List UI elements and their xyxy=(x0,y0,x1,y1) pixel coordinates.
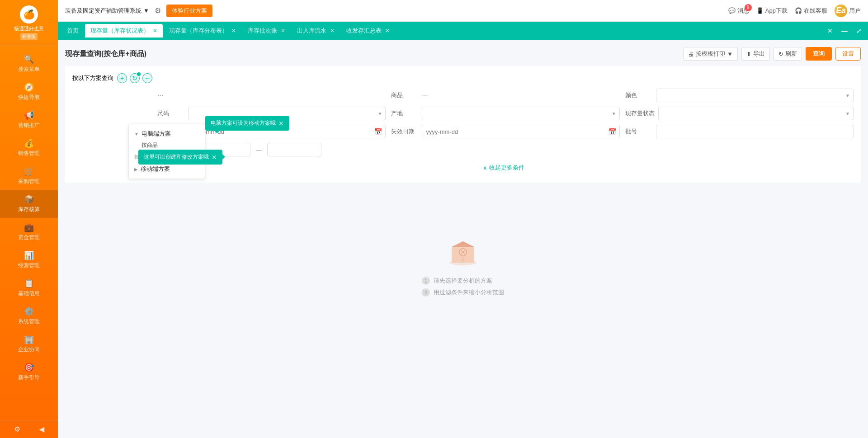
sidebar-item-sales[interactable]: 💰 销售管理 xyxy=(0,134,58,162)
sidebar-item-purchase[interactable]: 🛒 采购管理 xyxy=(0,162,58,190)
tab-minimize-btn[interactable]: — xyxy=(839,25,850,36)
tab-inventory-dist[interactable]: 现存量（库存分布表） ✕ xyxy=(164,24,241,38)
step-text-2: 用过滤条件来缩小分析范围 xyxy=(434,288,504,297)
tab-label: 现存量（库存状况表） xyxy=(90,27,149,35)
app-download-item[interactable]: 📱 App下载 xyxy=(756,7,788,15)
tooltip-text: 这里可以创建和修改方案哦 xyxy=(144,153,209,161)
step-number-1: 1 xyxy=(422,277,430,285)
tab-label: 收发存汇总表 xyxy=(346,27,382,35)
warehouse-ellipsis-icon[interactable]: ··· xyxy=(157,91,163,99)
sidebar-item-label: 库存核算 xyxy=(18,206,40,213)
color-select[interactable] xyxy=(656,89,854,102)
tab-close-icon[interactable]: ✕ xyxy=(330,28,335,34)
support-item[interactable]: 🎧 在线客服 xyxy=(795,7,827,15)
operation-icon: 📊 xyxy=(24,250,34,260)
sidebar-item-label: 资金管理 xyxy=(18,234,40,241)
filter-field-origin: 产地 ▼ xyxy=(391,107,619,120)
print-btn[interactable]: 🖨 按模板打印 ▼ xyxy=(683,47,738,61)
current-qty-to-input[interactable] xyxy=(267,143,321,156)
tab-close-icon[interactable]: ✕ xyxy=(385,28,390,34)
sidebar-item-enterprise[interactable]: 🏢 企业协同 xyxy=(0,330,58,358)
tab-close-icon[interactable]: ✕ xyxy=(231,28,236,34)
sidebar-item-finance[interactable]: 💼 资金管理 xyxy=(0,218,58,246)
tooltip-close-icon[interactable]: ✕ xyxy=(212,154,217,161)
tab-close-icon[interactable]: ✕ xyxy=(281,28,285,34)
tab-home[interactable]: 首页 xyxy=(61,24,84,38)
empty-step-2: 2 用过滤条件来缩小分析范围 xyxy=(422,288,504,297)
system-name: 装备及固定资产辅助管理系统 xyxy=(65,7,142,15)
sidebar-item-operation[interactable]: 📊 经营管理 xyxy=(0,246,58,274)
sidebar-item-inventory[interactable]: 📦 库存核算 xyxy=(0,190,58,218)
product-ellipsis-icon[interactable]: ··· xyxy=(422,91,428,99)
tab-bar: 首页 现存量（库存状况表） ✕ 现存量（库存分布表） ✕ 库存批次账 ✕ 出入库… xyxy=(58,22,868,40)
tab-label: 库存批次账 xyxy=(248,27,277,35)
sidebar-item-label: 销售管理 xyxy=(18,150,40,157)
export-btn-label: 导出 xyxy=(753,50,765,58)
product-label: 商品 xyxy=(391,91,418,99)
search-icon: 🔍 xyxy=(24,54,34,64)
batch-label: 批号 xyxy=(625,127,652,136)
tab-inventory-status[interactable]: 现存量（库存状况表） ✕ xyxy=(85,24,163,38)
refresh-circle-icon: ↻ xyxy=(132,75,137,82)
sidebar-item-system[interactable]: ⚙️ 系统管理 xyxy=(0,302,58,330)
system-dropdown-arrow: ▼ xyxy=(143,7,149,14)
user-item[interactable]: Ea 用户 xyxy=(835,5,861,17)
reset-btn[interactable]: 设置 xyxy=(835,47,861,61)
sidebar-item-newguide[interactable]: 🎯 新手引导 xyxy=(0,358,58,386)
page-header: 现存量查询(按仓库+商品) 🖨 按模板打印 ▼ ⬆ 导出 ↻ 刷新 查询 设置 xyxy=(65,47,861,61)
export-btn[interactable]: ⬆ 导出 xyxy=(741,47,770,61)
tab-batch-account[interactable]: 库存批次账 ✕ xyxy=(242,24,291,38)
inventory-status-select[interactable] xyxy=(658,107,854,120)
collapse-btn[interactable]: ∧ 收起更多条件 xyxy=(154,160,854,175)
color-label: 颜色 xyxy=(625,91,652,99)
refresh-scheme-icon[interactable]: ↻ xyxy=(130,73,140,83)
filter-header: 按以下方案查询 + ↻ ← xyxy=(72,73,854,83)
tooltip-create-scheme: 这里可以创建和修改方案哦 ✕ xyxy=(138,150,222,165)
origin-select-wrapper: ▼ xyxy=(422,107,619,120)
batch-input[interactable] xyxy=(656,125,854,138)
sidebar-logo: 🍊 畅通通好生意 标准版 xyxy=(0,0,58,46)
arrow-scheme-icon[interactable]: ← xyxy=(142,73,152,83)
system-selector[interactable]: 装备及固定资产辅助管理系统 ▼ xyxy=(65,7,149,15)
settings-bottom-icon[interactable]: ⚙ xyxy=(14,425,20,433)
sidebar-item-marketing[interactable]: 📢 营销推广 xyxy=(0,106,58,134)
empty-illustration xyxy=(440,224,486,269)
tab-collect-summary[interactable]: 收发存汇总表 ✕ xyxy=(341,24,395,38)
message-item[interactable]: 💬 消息 9 xyxy=(728,7,749,15)
sidebar-item-search[interactable]: 🔍 搜索菜单 xyxy=(0,50,58,78)
query-btn[interactable]: 查询 xyxy=(806,47,832,61)
sidebar-item-guide[interactable]: 🧭 快捷导航 xyxy=(0,78,58,106)
refresh-btn[interactable]: ↻ 刷新 xyxy=(774,47,802,61)
collapse-sidebar-icon[interactable]: ◀ xyxy=(39,425,44,433)
step-text-1: 请先选择要分析的方案 xyxy=(434,277,492,285)
app-label: App下载 xyxy=(765,7,788,15)
size-label: 尺码 xyxy=(157,109,184,118)
logo-icon: 🍊 xyxy=(20,5,38,24)
tab-in-out-flow[interactable]: 出入库流水 ✕ xyxy=(292,24,340,38)
color-select-wrapper: ▼ xyxy=(656,89,854,102)
message-badge: 9 xyxy=(745,4,752,11)
origin-select[interactable] xyxy=(422,107,619,120)
tab-close-all-btn[interactable]: ✕ xyxy=(825,25,835,36)
tab-maximize-btn[interactable]: ⤢ xyxy=(854,25,864,36)
tooltip-close-icon[interactable]: ✕ xyxy=(278,120,284,127)
settings-icon[interactable]: ⚙ xyxy=(155,6,161,15)
indicator-dot xyxy=(137,72,141,76)
expire-date-from-input[interactable] xyxy=(422,125,619,138)
scheme-group-label: 电脑端方案 xyxy=(142,130,171,138)
industry-btn[interactable]: 体验行业方案 xyxy=(166,5,212,17)
system-icon: ⚙️ xyxy=(24,306,34,316)
sidebar-bottom: ⚙ ◀ xyxy=(0,420,58,438)
logo-badge: 标准版 xyxy=(20,33,38,40)
tab-close-icon[interactable]: ✕ xyxy=(153,28,157,34)
print-icon: 🖨 xyxy=(688,51,694,57)
scheme-group-arrow-icon: ▼ xyxy=(134,132,139,137)
newguide-icon: 🎯 xyxy=(24,363,34,372)
finance-icon: 💼 xyxy=(24,222,34,232)
sidebar-item-label: 营销推广 xyxy=(18,122,40,129)
scheme-group-desktop-header[interactable]: ▼ 电脑端方案 xyxy=(129,128,205,140)
scheme-group-mobile-header[interactable]: ▶ 移动端方案 xyxy=(129,163,205,175)
left-arrow-icon: ← xyxy=(144,75,151,82)
add-scheme-icon[interactable]: + xyxy=(117,73,127,83)
sidebar-item-basic[interactable]: 📋 基础信息 xyxy=(0,274,58,302)
